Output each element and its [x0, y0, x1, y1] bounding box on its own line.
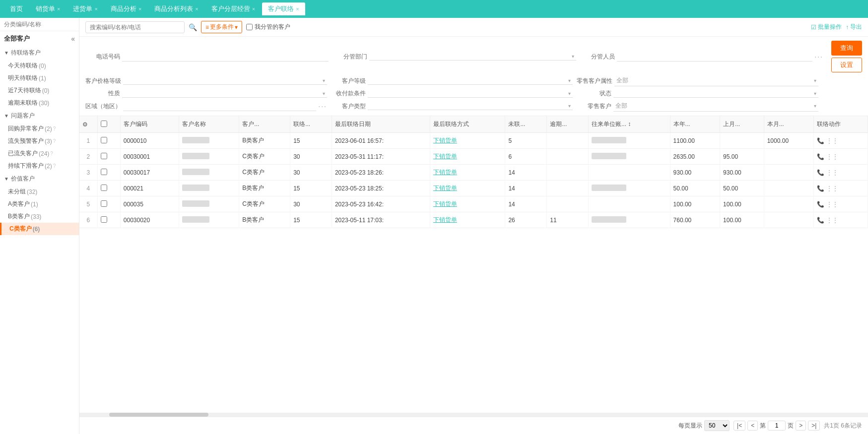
adv-region-input[interactable] — [123, 102, 316, 111]
filter-more-btn[interactable]: ≡ 更多条件 ▾ — [201, 21, 242, 33]
nav-item-商品分析[interactable]: 商品分析× — [105, 2, 147, 15]
help-icon[interactable]: ? — [50, 151, 53, 156]
close-tab-icon[interactable]: × — [138, 6, 141, 12]
row-checkbox-cell[interactable] — [97, 133, 120, 149]
sidebar-collapse-icon[interactable]: « — [71, 35, 75, 43]
sidebar-item[interactable]: 已流失客户(24)? — [0, 147, 79, 160]
row-checkbox-cell[interactable] — [97, 181, 120, 196]
adv-status-select[interactable]: ▾ — [613, 90, 818, 98]
col-type-header[interactable]: 客户... — [239, 116, 290, 133]
settings-icon[interactable]: ⚙ — [82, 121, 88, 128]
call-icon[interactable]: 📞 — [817, 137, 824, 144]
adv-phone-input[interactable] — [122, 52, 329, 62]
more-action-icon[interactable]: ⋮⋮ — [826, 201, 838, 208]
nav-item-客户分层经营[interactable]: 客户分层经营× — [205, 2, 261, 15]
last-method-link[interactable]: 下销货单 — [433, 216, 457, 223]
col-last-month-header[interactable]: 上月... — [720, 116, 764, 133]
row-action[interactable]: 📞 ⋮⋮ — [814, 133, 868, 149]
close-tab-icon[interactable]: × — [94, 6, 97, 12]
adv-retail-cust-select[interactable]: 全部 ▾ — [613, 101, 818, 112]
sidebar-section-待联络客户[interactable]: ▼待联络客户 — [0, 46, 79, 60]
col-checkbox-header[interactable] — [97, 116, 120, 133]
row-action[interactable]: 📞 ⋮⋮ — [814, 196, 868, 212]
sidebar-item[interactable]: 近7天待联络(0) — [0, 84, 79, 97]
row-last-method[interactable]: 下销货单 — [430, 181, 505, 196]
sidebar-search-input[interactable] — [4, 21, 78, 28]
row-checkbox[interactable] — [101, 137, 107, 143]
adv-cust-type-select[interactable]: ▾ — [368, 102, 573, 110]
my-customers-checkbox-label[interactable]: 我分管的客户 — [246, 23, 290, 31]
row-last-method[interactable]: 下销货单 — [430, 212, 505, 228]
nav-item-进货单[interactable]: 进货单× — [67, 2, 103, 15]
help-icon[interactable]: ? — [53, 138, 56, 144]
col-this-year-header[interactable]: 本年... — [670, 116, 720, 133]
row-last-method[interactable]: 下销货单 — [430, 149, 505, 165]
last-method-link[interactable]: 下销货单 — [433, 200, 457, 207]
col-settings[interactable]: ⚙ — [79, 116, 97, 133]
last-method-link[interactable]: 下销货单 — [433, 185, 457, 191]
nav-item-商品分析列表[interactable]: 商品分析列表× — [148, 2, 204, 15]
call-icon[interactable]: 📞 — [817, 201, 824, 208]
col-overdue-header[interactable]: 逾期... — [547, 116, 589, 133]
adv-dept-select[interactable]: ▾ — [369, 53, 576, 61]
col-no-contact-header[interactable]: 未联... — [505, 116, 547, 133]
page-size-select[interactable]: 50 20 100 — [704, 420, 730, 431]
sidebar-item[interactable]: B类客户(33) — [0, 210, 79, 223]
more-action-icon[interactable]: ⋮⋮ — [826, 217, 838, 224]
adv-price-grade-select[interactable]: ▾ — [123, 77, 327, 85]
last-method-link[interactable]: 下销货单 — [433, 153, 457, 160]
row-checkbox-cell[interactable] — [97, 196, 120, 212]
adv-manager-input[interactable] — [617, 52, 813, 62]
more-action-icon[interactable]: ⋮⋮ — [826, 169, 838, 176]
close-tab-icon[interactable]: × — [296, 6, 299, 12]
col-last-date-header[interactable]: 最后联络日期 — [332, 116, 430, 133]
adv-payment-select[interactable]: ▾ — [368, 90, 573, 98]
page-last-btn[interactable]: >| — [808, 421, 820, 431]
more-action-icon[interactable]: ⋮⋮ — [826, 185, 838, 192]
adv-retail-attr-select[interactable]: 全部 ▾ — [614, 75, 818, 86]
row-action[interactable]: 📞 ⋮⋮ — [814, 181, 868, 196]
adv-region-dots[interactable]: ··· — [318, 102, 327, 110]
sidebar-item[interactable]: 今天待联络(0) — [0, 60, 79, 72]
row-checkbox-cell[interactable] — [97, 165, 120, 181]
adv-manager-dots[interactable]: ··· — [814, 53, 823, 61]
row-checkbox[interactable] — [101, 185, 107, 191]
row-action[interactable]: 📞 ⋮⋮ — [814, 165, 868, 181]
sidebar-item[interactable]: 持续下滑客户(2)? — [0, 160, 79, 172]
more-action-icon[interactable]: ⋮⋮ — [826, 137, 838, 144]
adv-cust-grade-select[interactable]: ▾ — [368, 77, 573, 85]
sidebar-item[interactable]: 未分组(32) — [0, 186, 79, 198]
batch-op-btn[interactable]: ☑ 批量操作 — [811, 23, 842, 31]
sidebar-item[interactable]: 明天待联络(1) — [0, 72, 79, 84]
row-action[interactable]: 📞 ⋮⋮ — [814, 149, 868, 165]
row-checkbox-cell[interactable] — [97, 212, 120, 228]
col-action-header[interactable]: 联络动作 — [814, 116, 868, 133]
select-all-checkbox[interactable] — [101, 121, 107, 127]
sidebar-section-价值客户[interactable]: ▼价值客户 — [0, 172, 79, 186]
sidebar-item[interactable]: 回购异常客户(2)? — [0, 123, 79, 135]
more-action-icon[interactable]: ⋮⋮ — [826, 153, 838, 160]
close-tab-icon[interactable]: × — [195, 6, 198, 12]
call-icon[interactable]: 📞 — [817, 185, 824, 192]
last-method-link[interactable]: 下销货单 — [433, 137, 457, 144]
sidebar-section-问题客户[interactable]: ▼问题客户 — [0, 109, 79, 123]
sidebar-item[interactable]: 流失预警客户(3)? — [0, 135, 79, 147]
row-checkbox-cell[interactable] — [97, 149, 120, 165]
query-button[interactable]: 查询 — [831, 41, 862, 56]
set-button[interactable]: 设置 — [831, 58, 862, 72]
col-code-header[interactable]: 客户编码 — [120, 116, 179, 133]
sidebar-item[interactable]: A类客户(1) — [0, 198, 79, 210]
col-contact-header[interactable]: 联络... — [290, 116, 332, 133]
col-unit-balance-header[interactable]: 往来单位账... ↕ — [589, 116, 670, 133]
horizontal-scrollbar[interactable] — [79, 413, 868, 417]
row-checkbox[interactable] — [101, 200, 107, 207]
sidebar-item[interactable]: 逾期未联络(30) — [0, 97, 79, 109]
row-checkbox[interactable] — [101, 216, 107, 223]
help-icon[interactable]: ? — [53, 126, 56, 131]
scroll-thumb[interactable] — [109, 413, 208, 417]
my-customers-checkbox[interactable] — [246, 24, 253, 30]
page-next-btn[interactable]: > — [796, 421, 806, 431]
help-icon[interactable]: ? — [53, 163, 56, 169]
col-this-month-header[interactable]: 本月... — [764, 116, 814, 133]
last-method-link[interactable]: 下销货单 — [433, 169, 457, 176]
